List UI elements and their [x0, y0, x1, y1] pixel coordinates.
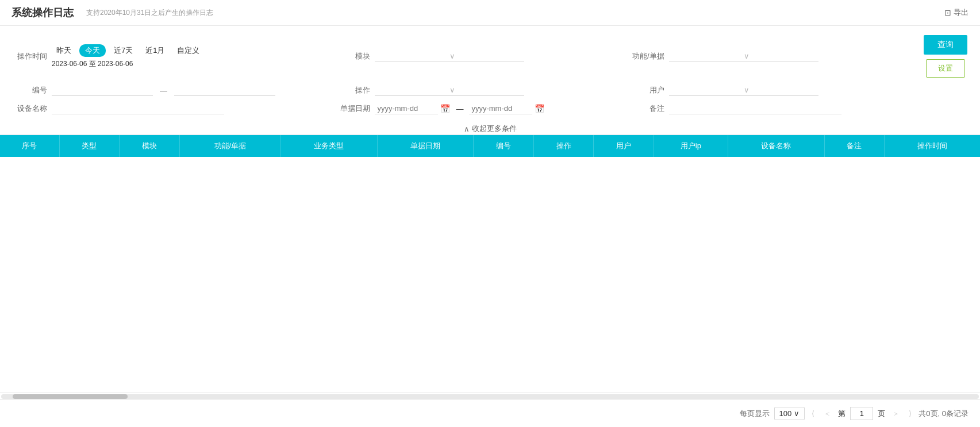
table-header-row: 序号 类型 模块 功能/单据 业务类型 单据日期 编号 操作 用户 用户ip 设…	[0, 135, 980, 157]
time-label: 操作时间	[11, 51, 52, 61]
user-label: 用户	[629, 85, 669, 95]
feature-select-value	[671, 52, 744, 60]
time-option-7days[interactable]: 近7天	[109, 44, 137, 57]
col-remark: 备注	[824, 135, 884, 157]
empty-area	[0, 157, 980, 329]
module-select[interactable]: ∨	[375, 51, 524, 62]
user-filter-cell: 用户 ∨	[629, 84, 923, 96]
settings-button[interactable]: 设置	[926, 59, 965, 78]
last-page-button[interactable]: ⟩	[906, 408, 914, 419]
scrollbar-thumb[interactable]	[13, 394, 128, 399]
per-page-label: 每页显示	[740, 409, 770, 419]
col-feature: 功能/单据	[179, 135, 280, 157]
device-input[interactable]	[52, 103, 224, 114]
time-options: 昨天 今天 近7天 近1月 自定义	[52, 44, 204, 57]
per-page-select[interactable]: 100 ∨	[774, 407, 805, 420]
time-option-yesterday[interactable]: 昨天	[52, 44, 76, 57]
device-label: 设备名称	[11, 103, 52, 114]
operation-label: 操作	[335, 85, 375, 95]
total-info: 共0页, 0条记录	[918, 409, 969, 419]
page-subtitle: 支持2020年10月31日之后产生的操作日志	[86, 8, 213, 18]
data-table: 序号 类型 模块 功能/单据 业务类型 单据日期 编号 操作 用户 用户ip 设…	[0, 135, 980, 157]
calendar-to-icon[interactable]: 📅	[535, 104, 544, 113]
collapse-up-icon: ∧	[464, 125, 470, 133]
operation-select-value	[377, 86, 449, 94]
code-to-input[interactable]	[174, 84, 275, 96]
filter-row-3: 设备名称 单据日期 📅 — 📅 备注	[11, 103, 969, 114]
voucher-date-label: 单据日期	[335, 103, 375, 114]
page-unit: 页	[878, 409, 885, 419]
page-header: 系统操作日志 支持2020年10月31日之后产生的操作日志 ⊡ 导出	[0, 0, 980, 26]
code-dash: —	[156, 86, 171, 95]
calendar-from-icon[interactable]: 📅	[440, 104, 450, 113]
col-code: 编号	[474, 135, 533, 157]
code-from-input[interactable]	[52, 84, 153, 96]
feature-chevron-icon: ∨	[744, 52, 816, 60]
pagination: 每页显示 100 ∨ ⟨ ＜ 第 页 ＞ ⟩ 共0页, 0条记录	[0, 399, 980, 427]
per-page-chevron-icon: ∨	[794, 409, 800, 418]
col-user-ip: 用户ip	[654, 135, 728, 157]
module-chevron-icon: ∨	[449, 52, 522, 60]
date-dash: —	[452, 105, 467, 113]
query-button[interactable]: 查询	[924, 35, 967, 55]
export-icon: ⊡	[944, 8, 951, 17]
col-module: 模块	[120, 135, 179, 157]
action-buttons: 查询 设置	[923, 35, 969, 78]
first-page-button[interactable]: ⟨	[809, 408, 817, 419]
col-operation: 操作	[533, 135, 593, 157]
date-from-input[interactable]	[375, 103, 438, 114]
filter-area: 操作时间 昨天 今天 近7天 近1月 自定义 2023-06-06 至 2023…	[0, 26, 980, 134]
module-label: 模块	[335, 51, 375, 61]
page-label: 第	[838, 409, 846, 419]
user-select-value	[671, 86, 744, 94]
remark-label: 备注	[629, 103, 669, 114]
remark-input[interactable]	[669, 103, 841, 114]
export-button[interactable]: ⊡ 导出	[944, 7, 969, 18]
remark-filter-cell: 备注	[629, 103, 923, 114]
module-filter-cell: 模块 ∨	[335, 51, 628, 62]
scrollbar-area[interactable]	[0, 393, 980, 399]
col-type: 类型	[59, 135, 119, 157]
time-option-today[interactable]: 今天	[79, 44, 106, 57]
col-op-time: 操作时间	[884, 135, 980, 157]
module-select-value	[377, 52, 449, 60]
col-seq: 序号	[0, 135, 59, 157]
code-label: 编号	[11, 85, 52, 95]
per-page-value: 100	[779, 409, 792, 418]
page-number-input[interactable]	[850, 407, 873, 420]
col-user: 用户	[594, 135, 654, 157]
operation-chevron-icon: ∨	[449, 86, 522, 94]
col-voucher-date: 单据日期	[377, 135, 474, 157]
date-range-text: 2023-06-06 至 2023-06-06	[52, 59, 204, 69]
collapse-button[interactable]: ∧ 收起更多条件	[464, 124, 517, 134]
date-input-group: 📅 — 📅	[375, 103, 544, 114]
user-select[interactable]: ∨	[669, 84, 818, 96]
voucher-date-filter-cell: 单据日期 📅 — 📅	[335, 103, 628, 114]
operation-filter-cell: 操作 ∨	[335, 84, 628, 96]
operation-select[interactable]: ∨	[375, 84, 524, 96]
table-container: 序号 类型 模块 功能/单据 业务类型 单据日期 编号 操作 用户 用户ip 设…	[0, 135, 980, 393]
code-filter-cell: 编号 —	[11, 84, 335, 96]
collapse-row: ∧ 收起更多条件	[11, 124, 969, 134]
col-biz-type: 业务类型	[281, 135, 378, 157]
scrollbar-track[interactable]	[1, 394, 979, 399]
time-option-custom[interactable]: 自定义	[172, 44, 204, 57]
filter-row-1: 操作时间 昨天 今天 近7天 近1月 自定义 2023-06-06 至 2023…	[11, 35, 969, 78]
prev-page-button[interactable]: ＜	[821, 407, 833, 420]
feature-select[interactable]: ∨	[669, 51, 818, 62]
user-chevron-icon: ∨	[744, 86, 816, 94]
page-title: 系统操作日志	[11, 6, 74, 20]
device-filter-cell: 设备名称	[11, 103, 335, 114]
next-page-button[interactable]: ＞	[890, 407, 902, 420]
filter-row-2: 编号 — 操作 ∨ 用户	[11, 84, 969, 96]
feature-label: 功能/单据	[629, 51, 669, 61]
time-filter-cell: 操作时间 昨天 今天 近7天 近1月 自定义 2023-06-06 至 2023…	[11, 44, 335, 69]
time-option-1month[interactable]: 近1月	[141, 44, 169, 57]
col-device: 设备名称	[728, 135, 824, 157]
feature-filter-cell: 功能/单据 ∨	[629, 51, 923, 62]
date-to-input[interactable]	[469, 103, 532, 114]
